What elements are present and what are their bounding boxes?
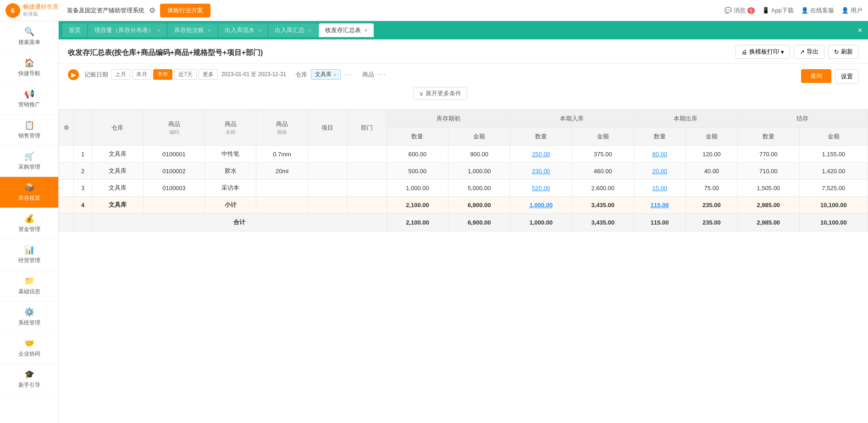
goods-filter: 商品 ··· bbox=[362, 71, 387, 79]
tab-inout-summary[interactable]: 出入库汇总 × bbox=[268, 23, 317, 37]
template-icon: 🖨 bbox=[741, 49, 747, 55]
cell-in-amt: 3,435.00 bbox=[572, 197, 634, 214]
sidebar-item-inventory[interactable]: 📦 库存核算 bbox=[0, 177, 58, 208]
tab-batch[interactable]: 库存批次账 × bbox=[168, 23, 217, 37]
in-qty-link[interactable]: 230.00 bbox=[532, 168, 550, 175]
cell-out-qty: 115.00 bbox=[634, 197, 686, 214]
tab-stock-dist-close[interactable]: × bbox=[158, 27, 160, 33]
message-button[interactable]: 💬 消息 6 bbox=[724, 6, 755, 15]
filter-settings-button[interactable]: 设置 bbox=[835, 69, 859, 84]
date-btn-last-month[interactable]: 上月 bbox=[111, 69, 130, 80]
filter-main: 记账日期 上月 本月 本年 近7天 更多 2023-01-01 至 2023-1… bbox=[84, 69, 796, 104]
cell-opening-qty: 1,000.00 bbox=[387, 180, 448, 197]
tab-batch-label: 库存批次账 bbox=[174, 26, 204, 34]
in-qty-link[interactable]: 520.00 bbox=[532, 185, 550, 192]
sidebar-item-newbie[interactable]: 🎓 新手引导 bbox=[0, 364, 58, 395]
footer-out-qty: 115.00 bbox=[634, 214, 686, 231]
cell-department bbox=[347, 163, 387, 180]
date-label: 记账日期 bbox=[84, 71, 108, 79]
tab-inout-flow[interactable]: 出入库流水 × bbox=[218, 23, 267, 37]
th-in-amt: 金额 bbox=[572, 128, 634, 146]
warehouse-tag-value: 文具库 bbox=[315, 71, 332, 78]
tab-batch-close[interactable]: × bbox=[208, 27, 210, 33]
page-content: 收发存汇总表(按仓库+商品编码+商品+规格型号+项目+部门) 🖨 换模板打印 ▾… bbox=[59, 39, 868, 423]
expand-filter-button[interactable]: ∨ 展开更多条件 bbox=[413, 87, 467, 100]
tab-recv-send-summary[interactable]: 收发存汇总表 × bbox=[319, 23, 374, 37]
cell-num: 2 bbox=[74, 163, 92, 180]
goods-more-btn[interactable]: ··· bbox=[378, 71, 387, 79]
close-all-tabs[interactable]: × bbox=[856, 24, 864, 37]
logo-area: 6 畅捷通好生意 标准版 bbox=[6, 3, 59, 18]
app-download-button[interactable]: 📱 App下载 bbox=[762, 6, 794, 15]
tab-recv-send-label: 收发存汇总表 bbox=[325, 26, 361, 34]
warehouse-tag-close[interactable]: × bbox=[333, 72, 336, 77]
table-row: 1 文具库 0100001 中性笔 0.7mm 600.00 900.00 25… bbox=[59, 146, 868, 163]
tab-home-label: 首页 bbox=[69, 26, 81, 34]
out-qty-subtotal-link[interactable]: 115.00 bbox=[651, 202, 669, 209]
warehouse-filter: 仓库 文具库 × ··· bbox=[295, 69, 353, 80]
cell-settings bbox=[59, 180, 74, 197]
table-container: ⚙ 仓库 商品编码 商品名称 商品规格 项目 部门 库存期初 本期入库 本期出 bbox=[59, 110, 868, 231]
cell-opening-amt: 900.00 bbox=[448, 146, 510, 163]
page-actions: 🖨 换模板打印 ▾ ↗ 导出 ↻ 刷新 bbox=[735, 45, 859, 59]
sidebar-item-label: 新手引导 bbox=[18, 381, 40, 389]
out-qty-link[interactable]: 80.00 bbox=[652, 151, 667, 158]
sidebar-item-purchase[interactable]: 🛒 采购管理 bbox=[0, 146, 58, 177]
sidebar-item-marketing[interactable]: 📢 营销推广 bbox=[0, 83, 58, 115]
in-qty-subtotal-link[interactable]: 1,000.00 bbox=[530, 202, 553, 209]
sidebar-item-basic-info[interactable]: 📁 基础信息 bbox=[0, 270, 58, 302]
online-service-button[interactable]: 👤 在线客服 bbox=[801, 6, 834, 15]
out-qty-link[interactable]: 15.00 bbox=[652, 185, 667, 192]
warehouse-more-btn[interactable]: ··· bbox=[344, 71, 353, 79]
cell-num: 4 bbox=[74, 197, 92, 214]
date-range: 2023-01-01 至 2023-12-31 bbox=[221, 71, 286, 78]
user-button[interactable]: 👤 用户 bbox=[841, 6, 862, 15]
chevron-down-icon: ▾ bbox=[781, 49, 784, 55]
th-department: 部门 bbox=[347, 110, 387, 146]
sidebar-item-search[interactable]: 🔍 搜索菜单 bbox=[0, 21, 58, 52]
tab-recv-send-close[interactable]: × bbox=[365, 27, 367, 33]
message-badge: 6 bbox=[747, 7, 755, 14]
sidebar-item-sales[interactable]: 📋 销售管理 bbox=[0, 115, 58, 146]
sidebar-item-enterprise[interactable]: 🤝 企业协同 bbox=[0, 333, 58, 364]
date-btn-7days[interactable]: 近7天 bbox=[174, 69, 197, 80]
cell-in-amt: 2,600.00 bbox=[572, 180, 634, 197]
warehouse-tag: 文具库 × bbox=[311, 69, 340, 80]
filter-toggle[interactable]: ▶ bbox=[68, 69, 79, 80]
query-button[interactable]: 查询 bbox=[801, 69, 831, 83]
table-row: 2 文具库 0100002 胶水 20ml 500.00 1,000.00 23… bbox=[59, 163, 868, 180]
sidebar-item-finance[interactable]: 💰 资金管理 bbox=[0, 208, 58, 239]
settings-icon[interactable]: ⚙ bbox=[149, 6, 155, 15]
out-qty-link[interactable]: 20.00 bbox=[652, 168, 667, 175]
sidebar-item-label: 搜索菜单 bbox=[18, 38, 40, 46]
trial-button[interactable]: 体验行业方案 bbox=[160, 4, 210, 17]
th-settings: ⚙ bbox=[59, 110, 74, 146]
sidebar-item-quick-nav[interactable]: 🏠 快捷导航 bbox=[0, 52, 58, 83]
cell-balance-amt: 1,420.00 bbox=[799, 163, 868, 180]
cell-opening-qty: 600.00 bbox=[387, 146, 448, 163]
tab-home[interactable]: 首页 bbox=[62, 23, 87, 37]
th-project: 项目 bbox=[308, 110, 348, 146]
sidebar-item-label: 经营管理 bbox=[18, 257, 40, 264]
date-btn-more[interactable]: 更多 bbox=[199, 69, 218, 80]
template-print-button[interactable]: 🖨 换模板打印 ▾ bbox=[735, 45, 790, 59]
sidebar-item-system[interactable]: ⚙️ 系统管理 bbox=[0, 302, 58, 333]
tab-inout-summary-close[interactable]: × bbox=[308, 27, 311, 33]
footer-balance-amt: 10,100.00 bbox=[799, 214, 868, 231]
sidebar-item-operations[interactable]: 📊 经营管理 bbox=[0, 239, 58, 270]
export-button[interactable]: ↗ 导出 bbox=[794, 45, 824, 59]
cell-opening-qty: 2,100.00 bbox=[387, 197, 448, 214]
in-qty-link[interactable]: 250.00 bbox=[532, 151, 550, 158]
th-opening-qty: 数量 bbox=[387, 128, 448, 146]
date-btn-this-year[interactable]: 本年 bbox=[153, 69, 172, 80]
tab-inout-flow-close[interactable]: × bbox=[258, 27, 261, 33]
main-layout: 🔍 搜索菜单 🏠 快捷导航 📢 营销推广 📋 销售管理 🛒 采购管理 📦 bbox=[0, 21, 868, 423]
cell-out-qty: 15.00 bbox=[634, 180, 686, 197]
footer-in-amt: 3,435.00 bbox=[572, 214, 634, 231]
refresh-button[interactable]: ↻ 刷新 bbox=[828, 45, 859, 59]
date-filter: 记账日期 上月 本月 本年 近7天 更多 2023-01-01 至 2023-1… bbox=[84, 69, 286, 80]
cell-settings bbox=[59, 163, 74, 180]
date-btn-this-month[interactable]: 本月 bbox=[132, 69, 151, 80]
cell-balance-qty: 1,505.00 bbox=[737, 180, 799, 197]
tab-stock-dist[interactable]: 现存量（库存分布表） × bbox=[88, 23, 167, 37]
